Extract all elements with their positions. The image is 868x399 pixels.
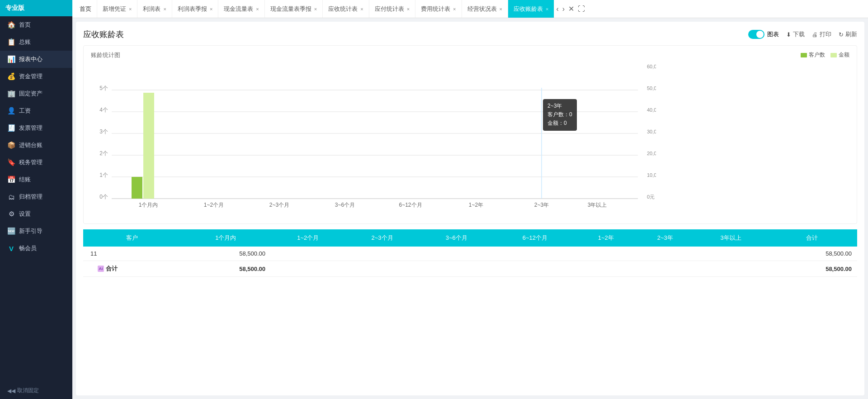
tab-expand-button[interactable]: ⛶ [576, 5, 587, 13]
chart-legend: 客户数 金额 [801, 51, 849, 59]
total-label-container: Ai 合计 [90, 265, 177, 273]
tab-close-icon[interactable]: × [360, 6, 363, 12]
total-label-text: 合计 [106, 265, 118, 273]
sidebar-item-close[interactable]: 📅 结账 [0, 171, 72, 188]
download-button[interactable]: ⬇ 下载 [786, 30, 805, 38]
svg-text:20,000.00元: 20,000.00元 [647, 151, 656, 156]
data-table: 客户 1个月内 1~2个月 2~3个月 3~6个月 6~12个月 1~2年 2~… [83, 229, 857, 277]
pin-icon: ◀◀ [7, 388, 15, 394]
sidebar-item-member[interactable]: V 畅会员 [0, 240, 72, 257]
reports-icon: 📊 [7, 55, 15, 63]
legend-customer: 客户数 [801, 51, 825, 59]
sidebar-item-label: 新手引导 [19, 227, 42, 235]
cell-m8 [695, 247, 767, 261]
chart-title: 账龄统计图 [91, 51, 849, 59]
sidebar-item-salary[interactable]: 👤 工资 [0, 102, 72, 119]
total-label-cell: Ai 合计 [83, 261, 180, 277]
chart-svg: 0个 1个 2个 3个 4个 5个 0元 10,000.00元 20,000.0… [91, 63, 656, 217]
toggle-thumb [756, 31, 764, 38]
col-customer: 客户 [83, 229, 180, 247]
tab-close-all-button[interactable]: ✕ [566, 5, 576, 13]
sidebar-item-label: 进销台账 [19, 141, 42, 149]
page-content: 应收账龄表 图表 ⬇ 下载 🖨 打印 ↻ 刷新 [76, 22, 864, 395]
table-total-row: Ai 合计 58,500.00 58,500.00 [83, 261, 857, 277]
sidebar-item-guide[interactable]: 🆕 新手引导 [0, 223, 72, 240]
tab-label: 利润表季报 [178, 5, 207, 13]
bar-customer-m1 [132, 177, 142, 199]
svg-text:3个: 3个 [99, 128, 108, 135]
sidebar-item-assets[interactable]: 🏢 固定资产 [0, 85, 72, 102]
svg-text:0个: 0个 [99, 194, 108, 200]
tab-voucher[interactable]: 新增凭证 × [97, 0, 137, 18]
tab-business-status[interactable]: 经营状况表 × [462, 0, 508, 18]
sidebar-item-inventory[interactable]: 📦 进销台账 [0, 137, 72, 154]
sidebar-item-tax[interactable]: 🔖 税务管理 [0, 154, 72, 171]
sidebar-item-funds[interactable]: 💰 资金管理 [0, 68, 72, 85]
tab-profit[interactable]: 利润表 × [137, 0, 172, 18]
total-total: 58,500.00 [767, 261, 857, 277]
tab-close-icon[interactable]: × [163, 6, 166, 12]
tab-cashflow-quarterly[interactable]: 现金流量表季报 × [265, 0, 323, 18]
sidebar-item-archive[interactable]: 🗂 归档管理 [0, 188, 72, 205]
main-area: 首页 新增凭证 × 利润表 × 利润表季报 × 现金流量表 × 现金流量表季报 … [72, 0, 868, 399]
tab-close-icon[interactable]: × [256, 6, 259, 12]
sidebar-item-ledger[interactable]: 📋 总账 [0, 33, 72, 51]
refresh-label: 刷新 [845, 30, 857, 38]
tab-close-icon[interactable]: × [546, 6, 548, 12]
sidebar-item-reports[interactable]: 📊 报表中心 [0, 51, 72, 68]
home-icon: 🏠 [7, 21, 15, 29]
sidebar-item-label: 税务管理 [19, 158, 42, 166]
tab-close-icon[interactable]: × [500, 6, 502, 12]
tab-cashflow[interactable]: 现金流量表 × [218, 0, 264, 18]
tab-label: 应收统计表 [328, 5, 358, 13]
tab-label: 现金流量表 [224, 5, 253, 13]
cell-m3 [345, 247, 419, 261]
sidebar-item-settings[interactable]: ⚙ 设置 [0, 205, 72, 223]
tab-home[interactable]: 首页 [74, 0, 97, 18]
cell-m4 [420, 247, 494, 261]
print-label: 打印 [820, 30, 831, 38]
tab-profit-quarterly[interactable]: 利润表季报 × [172, 0, 218, 18]
refresh-button[interactable]: ↻ 刷新 [839, 30, 857, 38]
col-total: 合计 [767, 229, 857, 247]
sidebar-item-home[interactable]: 🏠 首页 [0, 16, 72, 33]
svg-text:4个: 4个 [99, 107, 108, 113]
sidebar-item-label: 畅会员 [19, 244, 37, 252]
svg-text:2~3个月: 2~3个月 [269, 202, 289, 208]
tab-prev-button[interactable]: ‹ [554, 5, 560, 13]
tab-close-icon[interactable]: × [314, 6, 317, 12]
sidebar-pin-toggle[interactable]: ◀◀ 取消固定 [0, 382, 72, 399]
tab-close-icon[interactable]: × [453, 6, 456, 12]
col-m6: 1~2年 [576, 229, 636, 247]
svg-text:1个: 1个 [99, 172, 108, 178]
sidebar-item-label: 发票管理 [19, 124, 42, 132]
tab-ap-stats[interactable]: 应付统计表 × [369, 0, 415, 18]
total-m8 [695, 261, 767, 277]
tab-expense-stats[interactable]: 费用统计表 × [415, 0, 462, 18]
sidebar-item-invoice[interactable]: 🧾 发票管理 [0, 119, 72, 137]
sidebar: 专业版 🏠 首页 📋 总账 📊 报表中心 💰 资金管理 🏢 固定资产 👤 工资 … [0, 0, 72, 399]
tab-ar-stats[interactable]: 应收统计表 × [323, 0, 369, 18]
legend-amount: 金额 [830, 51, 849, 59]
chart-toggle[interactable]: 图表 [748, 30, 779, 39]
tab-close-icon[interactable]: × [210, 6, 212, 12]
sidebar-item-label: 首页 [19, 21, 31, 29]
legend-customer-color [801, 53, 807, 57]
total-icon: Ai [98, 266, 104, 272]
toggle-track[interactable] [748, 30, 764, 39]
tab-bar: 首页 新增凭证 × 利润表 × 利润表季报 × 现金流量表 × 现金流量表季报 … [72, 0, 868, 18]
table-row: 11 58,500.00 58,500.00 [83, 247, 857, 261]
sidebar-item-label: 总账 [19, 38, 31, 46]
tab-ar-aging[interactable]: 应收账龄表 × [508, 0, 554, 18]
print-button[interactable]: 🖨 打印 [812, 30, 831, 38]
col-m2: 1~2个月 [271, 229, 345, 247]
inventory-icon: 📦 [7, 141, 15, 149]
svg-text:0元: 0元 [647, 194, 655, 200]
svg-text:2~3年: 2~3年 [534, 202, 549, 208]
svg-text:3年以上: 3年以上 [588, 202, 607, 208]
tab-next-button[interactable]: › [561, 5, 566, 13]
tab-close-icon[interactable]: × [129, 6, 132, 12]
tab-label: 首页 [80, 5, 91, 13]
sidebar-item-label: 固定资产 [19, 90, 42, 98]
tab-close-icon[interactable]: × [407, 6, 410, 12]
